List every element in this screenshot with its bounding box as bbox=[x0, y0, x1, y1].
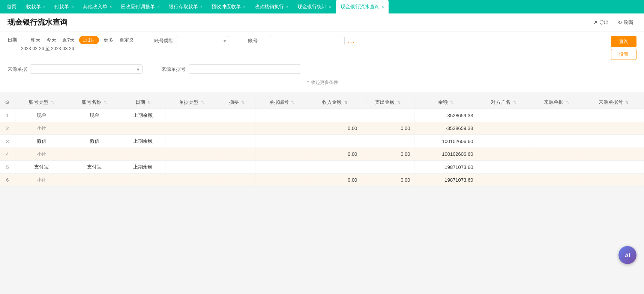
account-type-select[interactable] bbox=[177, 36, 229, 45]
chevron-up-icon: ⌃ bbox=[306, 80, 310, 85]
nav-tab-2[interactable]: 其他收入单 × bbox=[78, 0, 116, 13]
cell-doc-no bbox=[255, 161, 308, 174]
cell-counterpart bbox=[477, 109, 530, 122]
cell-account-name: 微信 bbox=[68, 135, 121, 148]
nav-tab-4[interactable]: 银行存取款单 × bbox=[164, 0, 207, 13]
col-account-type[interactable]: 账号类型 ⇅ bbox=[15, 96, 68, 109]
row-number: 6 bbox=[0, 174, 15, 187]
table-row: 6 小计 0.00 0.00 19871073.60 bbox=[0, 174, 644, 187]
nav-tab-6[interactable]: 收款核销执行 × bbox=[250, 0, 293, 13]
close-icon[interactable]: × bbox=[110, 4, 112, 9]
col-expense[interactable]: 支出金额 ⇅ bbox=[361, 96, 414, 109]
export-icon: ↗ bbox=[593, 19, 597, 25]
cell-doc-type bbox=[165, 161, 218, 174]
close-icon[interactable]: × bbox=[43, 4, 45, 9]
cell-doc-no bbox=[255, 174, 308, 187]
source-doc-filter: 来源单据 bbox=[8, 64, 143, 74]
table-row: 5 支付宝 支付宝 上期余额 19871073.60 bbox=[0, 161, 644, 174]
account-type-label: 账号类型 bbox=[154, 37, 174, 44]
refresh-icon: ↻ bbox=[618, 19, 622, 25]
col-doc-no[interactable]: 单据编号 ⇅ bbox=[255, 96, 308, 109]
data-table: ⚙ 账号类型 ⇅ 账号名称 ⇅ 日期 ⇅ 单据类型 ⇅ bbox=[0, 96, 644, 187]
col-gear[interactable]: ⚙ bbox=[0, 96, 15, 109]
table-row: 1 现金 现金 上期余额 -3528659.33 bbox=[0, 109, 644, 122]
col-summary[interactable]: 摘要 ⇅ bbox=[218, 96, 255, 109]
col-source-doc[interactable]: 来源单据 ⇅ bbox=[530, 96, 583, 109]
query-button[interactable]: 查询 bbox=[611, 36, 636, 47]
cell-date bbox=[121, 122, 165, 135]
table-row: 4 小计 0.00 0.00 100102606.60 bbox=[0, 148, 644, 161]
date-option-yesterday[interactable]: 昨天 bbox=[29, 36, 42, 44]
close-icon[interactable]: × bbox=[200, 4, 203, 9]
nav-tab-1[interactable]: 付款单 × bbox=[50, 0, 78, 13]
cell-summary bbox=[218, 161, 255, 174]
date-option-more[interactable]: 更多 bbox=[102, 36, 115, 44]
export-button[interactable]: ↗ 导出 bbox=[590, 18, 612, 27]
nav-home[interactable]: 首页 bbox=[2, 0, 22, 13]
sort-icon: ⇅ bbox=[104, 100, 107, 104]
settings-button[interactable]: 设置 bbox=[611, 49, 636, 60]
nav-tab-7[interactable]: 现金银行统计 × bbox=[293, 0, 336, 13]
date-option-1month[interactable]: 近1月 bbox=[79, 36, 99, 44]
source-doc-select[interactable] bbox=[30, 64, 143, 74]
cell-expense bbox=[361, 109, 414, 122]
source-doc-no-input[interactable] bbox=[189, 64, 301, 74]
cell-expense: 0.00 bbox=[361, 148, 414, 161]
row-number: 3 bbox=[0, 135, 15, 148]
nav-tab-0[interactable]: 收款单 × bbox=[22, 0, 50, 13]
nav-tab-5[interactable]: 预收冲应收单 × bbox=[207, 0, 250, 13]
account-filter: 账号 ... bbox=[248, 36, 355, 45]
cell-account-type: 小计 bbox=[15, 122, 68, 135]
col-balance[interactable]: 余额 ⇅ bbox=[414, 96, 477, 109]
cell-date: 上期余额 bbox=[121, 109, 165, 122]
col-date[interactable]: 日期 ⇅ bbox=[121, 96, 165, 109]
cell-doc-type bbox=[165, 135, 218, 148]
cell-expense bbox=[361, 135, 414, 148]
cell-balance: -3528659.33 bbox=[414, 122, 477, 135]
date-option-7days[interactable]: 近7天 bbox=[61, 36, 76, 44]
cell-doc-type bbox=[165, 174, 218, 187]
cell-income: 0.00 bbox=[308, 148, 361, 161]
cell-source-doc-no bbox=[583, 122, 644, 135]
account-input[interactable] bbox=[270, 36, 345, 45]
col-income[interactable]: 收入金额 ⇅ bbox=[308, 96, 361, 109]
date-option-today[interactable]: 今天 bbox=[45, 36, 58, 44]
cell-doc-no bbox=[255, 122, 308, 135]
account-type-filter: 账号类型 bbox=[154, 36, 229, 45]
cell-account-type: 微信 bbox=[15, 135, 68, 148]
cell-counterpart bbox=[477, 161, 530, 174]
cell-income bbox=[308, 161, 361, 174]
account-label: 账号 bbox=[248, 37, 267, 44]
source-doc-select-wrapper bbox=[30, 64, 143, 74]
account-type-select-wrapper bbox=[177, 36, 229, 45]
source-doc-no-label: 来源单据号 bbox=[161, 66, 186, 73]
cell-source-doc-no bbox=[583, 148, 644, 161]
col-counterpart[interactable]: 对方户名 ⇅ bbox=[477, 96, 530, 109]
nav-tab-8[interactable]: 现金银行流水查询 × bbox=[336, 0, 389, 13]
nav-tab-3[interactable]: 应收应付调整单 × bbox=[116, 0, 164, 13]
close-icon[interactable]: × bbox=[382, 4, 384, 9]
close-icon[interactable]: × bbox=[329, 4, 331, 9]
cell-date: 上期余额 bbox=[121, 135, 165, 148]
date-option-custom[interactable]: 自定义 bbox=[118, 36, 135, 44]
cell-counterpart bbox=[477, 174, 530, 187]
gear-icon[interactable]: ⚙ bbox=[5, 99, 10, 105]
cell-source-doc bbox=[530, 174, 583, 187]
table-body: 1 现金 现金 上期余额 -3528659.33 2 小计 0.00 0.00 … bbox=[0, 109, 644, 187]
close-icon[interactable]: × bbox=[157, 4, 159, 9]
cell-balance: -3528659.33 bbox=[414, 109, 477, 122]
collapse-bar[interactable]: ⌃ 收起更多条件 bbox=[8, 77, 636, 88]
query-action-buttons: 查询 设置 bbox=[611, 36, 636, 60]
data-table-container: ⚙ 账号类型 ⇅ 账号名称 ⇅ 日期 ⇅ 单据类型 ⇅ bbox=[0, 96, 644, 187]
col-account-name[interactable]: 账号名称 ⇅ bbox=[68, 96, 121, 109]
col-doc-type[interactable]: 单据类型 ⇅ bbox=[165, 96, 218, 109]
refresh-button[interactable]: ↻ 刷新 bbox=[615, 18, 636, 27]
account-more-button[interactable]: ... bbox=[348, 37, 355, 44]
sort-icon: ⇅ bbox=[397, 100, 400, 104]
close-icon[interactable]: × bbox=[286, 4, 288, 9]
close-icon[interactable]: × bbox=[71, 4, 74, 9]
col-source-doc-no[interactable]: 来源单据号 ⇅ bbox=[583, 96, 644, 109]
cell-source-doc-no bbox=[583, 135, 644, 148]
cell-counterpart bbox=[477, 148, 530, 161]
close-icon[interactable]: × bbox=[243, 4, 245, 9]
